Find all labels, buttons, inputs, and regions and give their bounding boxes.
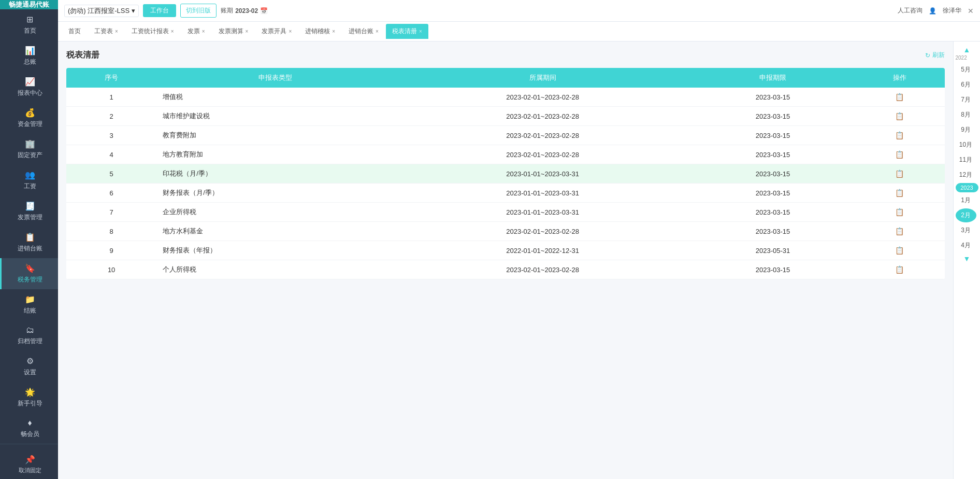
- cell-action[interactable]: 📋: [855, 260, 945, 279]
- cell-action[interactable]: 📋: [855, 203, 945, 222]
- cell-action[interactable]: 📋: [855, 184, 945, 203]
- sidebar-item-payroll[interactable]: 👥 工资: [0, 165, 58, 196]
- tab-payroll[interactable]: 工资表×: [88, 24, 124, 39]
- scroll-up-button[interactable]: ▲: [960, 45, 974, 55]
- sidebar-item-fixed-assets[interactable]: 🏢 固定资产: [0, 134, 58, 165]
- tab-close-tax-list[interactable]: ×: [419, 29, 422, 34]
- fixed-assets-icon: 🏢: [25, 139, 35, 149]
- tab-close-invoice[interactable]: ×: [202, 29, 205, 34]
- user-avatar: 👤: [929, 7, 936, 15]
- sidebar-item-invoice-mgmt[interactable]: 🧾 发票管理: [0, 196, 58, 227]
- month-2022-12月[interactable]: 12月: [956, 168, 976, 182]
- tab-home[interactable]: 首页: [62, 24, 87, 39]
- cell-no: 7: [66, 203, 156, 222]
- sidebar-item-vip[interactable]: ♦ 畅会员: [0, 413, 58, 444]
- action-icon[interactable]: 📋: [895, 170, 904, 178]
- month-2023-3月[interactable]: 3月: [956, 223, 976, 237]
- cell-deadline: 2023-03-15: [691, 203, 854, 222]
- refresh-button[interactable]: ↻ 刷新: [925, 51, 945, 60]
- sidebar-item-tax[interactable]: 🔖 税务管理: [0, 258, 58, 289]
- table-row: 9 财务报表（年报） 2022-01-01~2022-12-31 2023-05…: [66, 241, 945, 260]
- cell-action[interactable]: 📋: [855, 88, 945, 107]
- action-icon[interactable]: 📋: [895, 131, 904, 139]
- sidebar-item-purchase[interactable]: 📋 进销台账: [0, 227, 58, 258]
- tab-invoice[interactable]: 发票×: [181, 24, 211, 39]
- sidebar-item-guide[interactable]: 🌟 新手引导: [0, 382, 58, 413]
- cell-no: 10: [66, 260, 156, 279]
- cell-action[interactable]: 📋: [855, 145, 945, 164]
- month-2023-4月[interactable]: 4月: [956, 238, 976, 252]
- action-icon[interactable]: 📋: [895, 189, 904, 197]
- sidebar-item-funds[interactable]: 💰 资金管理: [0, 103, 58, 134]
- month-2022-9月[interactable]: 9月: [956, 123, 976, 137]
- tab-tax-list[interactable]: 税表清册×: [386, 24, 428, 39]
- topbar-right: 人工咨询 👤 徐泽华 ✕: [898, 6, 974, 15]
- month-2022-10月[interactable]: 10月: [956, 138, 976, 152]
- col-header-申报表类型: 申报表类型: [156, 68, 394, 88]
- cell-action[interactable]: 📋: [855, 164, 945, 184]
- cell-no: 5: [66, 164, 156, 184]
- tab-purchase-check[interactable]: 进销稽核×: [299, 24, 341, 39]
- sidebar-label-tax: 税务管理: [18, 275, 42, 284]
- cell-action[interactable]: 📋: [855, 107, 945, 126]
- sidebar-item-closing[interactable]: 📁 结账: [0, 289, 58, 320]
- tab-close-payroll-stats[interactable]: ×: [171, 29, 174, 34]
- human-consult-link[interactable]: 人工咨询: [898, 6, 923, 15]
- action-icon[interactable]: 📋: [895, 208, 904, 216]
- calendar-icon[interactable]: 📅: [260, 7, 268, 15]
- workspace-button[interactable]: 工作台: [143, 4, 176, 17]
- topbar-close-icon[interactable]: ✕: [968, 7, 974, 15]
- invoice-mgmt-icon: 🧾: [25, 201, 35, 211]
- tab-close-purchase-check[interactable]: ×: [332, 29, 335, 34]
- cell-action[interactable]: 📋: [855, 222, 945, 241]
- action-icon[interactable]: 📋: [895, 265, 904, 274]
- year-2023-badge: 2023: [956, 183, 978, 192]
- cell-action[interactable]: 📋: [855, 126, 945, 145]
- tab-close-purchase-ledger[interactable]: ×: [376, 29, 379, 34]
- sidebar-item-archive[interactable]: 🗂 归档管理: [0, 320, 58, 351]
- tab-invoice-check[interactable]: 发票测算×: [212, 24, 255, 39]
- purchase-icon: 📋: [25, 232, 35, 242]
- month-2022-11月[interactable]: 11月: [956, 153, 976, 167]
- cell-deadline: 2023-03-15: [691, 184, 854, 203]
- cell-deadline: 2023-03-15: [691, 126, 854, 145]
- cell-no: 6: [66, 184, 156, 203]
- cell-period: 2023-02-01~2023-02-28: [394, 88, 691, 107]
- scroll-down-button[interactable]: ▼: [960, 253, 974, 264]
- closing-icon: 📁: [25, 294, 35, 304]
- month-active-2023-02[interactable]: 2月: [956, 208, 976, 222]
- month-2023-1月[interactable]: 1月: [956, 193, 976, 207]
- tab-close-invoice-open[interactable]: ×: [289, 29, 292, 34]
- tab-invoice-open[interactable]: 发票开具×: [255, 24, 298, 39]
- cell-no: 9: [66, 241, 156, 260]
- month-2022-6月[interactable]: 6月: [956, 78, 976, 92]
- action-icon[interactable]: 📋: [895, 93, 904, 101]
- tab-close-invoice-check[interactable]: ×: [246, 29, 249, 34]
- tab-label-invoice-check: 发票测算: [219, 27, 243, 36]
- action-icon[interactable]: 📋: [895, 246, 904, 255]
- action-icon[interactable]: 📋: [895, 150, 904, 159]
- cell-type: 个人所得税: [156, 260, 394, 279]
- unpin-button[interactable]: 📌 取消固定: [0, 449, 58, 479]
- sidebar-item-home[interactable]: ⊞ 首页: [0, 9, 58, 40]
- sidebar-item-reports[interactable]: 📈 报表中心: [0, 72, 58, 103]
- table-row: 7 企业所得税 2023-01-01~2023-03-31 2023-03-15…: [66, 203, 945, 222]
- switch-old-button[interactable]: 切到旧版: [180, 4, 217, 18]
- table-row: 10 个人所得税 2023-02-01~2023-02-28 2023-03-1…: [66, 260, 945, 279]
- sidebar-item-ledger[interactable]: 📊 总账: [0, 40, 58, 72]
- sidebar-item-settings[interactable]: ⚙ 设置: [0, 351, 58, 382]
- cell-action[interactable]: 📋: [855, 241, 945, 260]
- vip-icon: ♦: [27, 418, 32, 428]
- action-icon[interactable]: 📋: [895, 227, 904, 235]
- month-2022-7月[interactable]: 7月: [956, 93, 976, 107]
- action-icon[interactable]: 📋: [895, 112, 904, 120]
- tab-payroll-stats[interactable]: 工资统计报表×: [125, 24, 180, 39]
- sidebar: 畅捷通易代账 ⊞ 首页 📊 总账 📈 报表中心 💰 资金管理 🏢 固定资产 👥 …: [0, 0, 58, 479]
- month-2022-8月[interactable]: 8月: [956, 108, 976, 122]
- chevron-down-icon: ▾: [132, 7, 135, 15]
- sidebar-label-purchase: 进销台账: [18, 244, 42, 253]
- tab-purchase-ledger[interactable]: 进销台账×: [342, 24, 385, 39]
- month-2022-5月[interactable]: 5月: [956, 63, 976, 77]
- tab-close-payroll[interactable]: ×: [115, 29, 118, 34]
- company-selector[interactable]: (勿动) 江西报室-LSS ▾: [64, 5, 139, 17]
